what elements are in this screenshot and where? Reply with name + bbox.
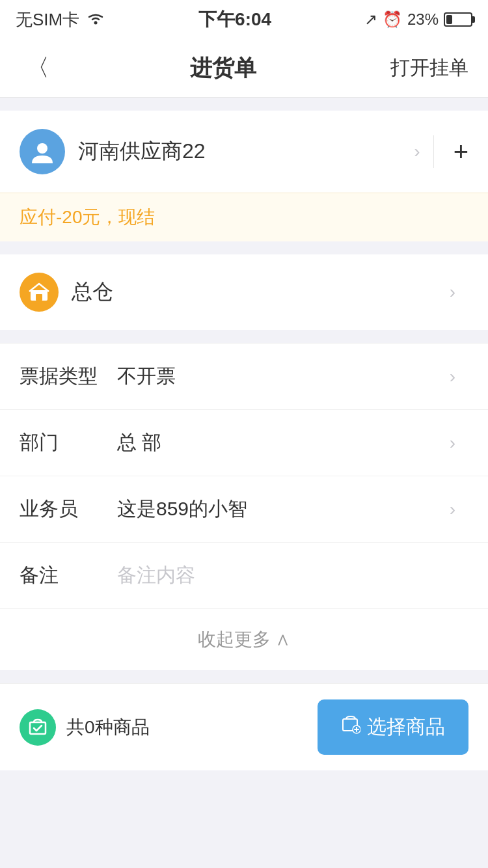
bottom-left: 共0种商品 bbox=[20, 709, 150, 746]
remark-input[interactable]: 备注内容 bbox=[104, 562, 468, 589]
notice-text: 应付-20元，现结 bbox=[20, 207, 155, 227]
collapse-label: 收起更多 ∧ bbox=[198, 629, 291, 649]
select-product-label: 选择商品 bbox=[367, 714, 445, 740]
form-row-department[interactable]: 部门 总 部 › bbox=[0, 409, 488, 476]
open-pending-button[interactable]: 打开挂单 bbox=[390, 55, 468, 81]
battery-icon bbox=[444, 12, 472, 27]
signal-text: 无SIM卡 bbox=[16, 8, 79, 31]
salesperson-label: 业务员 bbox=[20, 496, 104, 522]
form-row-invoice[interactable]: 票据类型 不开票 › bbox=[0, 343, 488, 409]
salesperson-value: 这是859的小智 bbox=[104, 496, 450, 522]
remark-label: 备注 bbox=[20, 562, 104, 589]
supplier-name: 河南供应商22 bbox=[78, 137, 414, 166]
nav-bar: 〈 进货单 打开挂单 bbox=[0, 39, 488, 98]
supplier-row[interactable]: 河南供应商22 › + bbox=[0, 111, 488, 193]
status-left: 无SIM卡 bbox=[16, 8, 105, 31]
product-count-text: 共0种商品 bbox=[66, 715, 150, 740]
status-right: ↗ ⏰ 23% bbox=[364, 10, 472, 29]
svg-rect-4 bbox=[30, 722, 46, 734]
section-divider-3 bbox=[0, 330, 488, 343]
warehouse-icon bbox=[20, 273, 59, 312]
section-divider-1 bbox=[0, 98, 488, 111]
bottom-bar: 共0种商品 选择商品 bbox=[0, 683, 488, 770]
invoice-chevron-icon: › bbox=[450, 366, 455, 387]
collapse-button[interactable]: 收起更多 ∧ bbox=[0, 608, 488, 670]
supplier-avatar bbox=[20, 129, 65, 174]
select-product-icon bbox=[341, 715, 360, 739]
warehouse-section: 总仓 › bbox=[0, 254, 488, 330]
department-value: 总 部 bbox=[104, 429, 450, 456]
supplier-divider bbox=[433, 135, 434, 168]
content-area bbox=[0, 770, 488, 868]
alarm-icon: ⏰ bbox=[383, 10, 402, 29]
department-label: 部门 bbox=[20, 429, 104, 456]
wifi-icon bbox=[86, 10, 105, 30]
section-divider-2 bbox=[0, 241, 488, 254]
page-title: 进货单 bbox=[190, 53, 256, 83]
invoice-value: 不开票 bbox=[104, 363, 450, 390]
svg-point-0 bbox=[94, 21, 98, 24]
location-icon: ↗ bbox=[364, 10, 377, 29]
section-divider-4 bbox=[0, 670, 488, 683]
warehouse-chevron-icon: › bbox=[450, 282, 455, 303]
supplier-chevron-icon: › bbox=[414, 141, 420, 162]
warehouse-name: 总仓 bbox=[72, 278, 450, 306]
form-row-salesperson[interactable]: 业务员 这是859的小智 › bbox=[0, 476, 488, 542]
select-product-button[interactable]: 选择商品 bbox=[318, 699, 468, 755]
form-row-remark[interactable]: 备注 备注内容 bbox=[0, 542, 488, 608]
supplier-section: 河南供应商22 › + 应付-20元，现结 bbox=[0, 111, 488, 241]
svg-point-1 bbox=[37, 143, 47, 154]
battery-percent: 23% bbox=[407, 10, 439, 29]
form-section: 票据类型 不开票 › 部门 总 部 › 业务员 这是859的小智 › 备注 备注… bbox=[0, 343, 488, 670]
status-bar: 无SIM卡 下午6:04 ↗ ⏰ 23% bbox=[0, 0, 488, 39]
product-count-icon bbox=[20, 709, 56, 746]
salesperson-chevron-icon: › bbox=[450, 499, 455, 520]
notice-bar: 应付-20元，现结 bbox=[0, 193, 488, 241]
status-time: 下午6:04 bbox=[198, 7, 271, 32]
warehouse-row[interactable]: 总仓 › bbox=[0, 254, 488, 330]
add-icon[interactable]: + bbox=[454, 137, 468, 167]
back-button[interactable]: 〈 bbox=[20, 46, 56, 90]
department-chevron-icon: › bbox=[450, 433, 455, 454]
svg-rect-3 bbox=[36, 294, 42, 301]
invoice-label: 票据类型 bbox=[20, 363, 104, 390]
